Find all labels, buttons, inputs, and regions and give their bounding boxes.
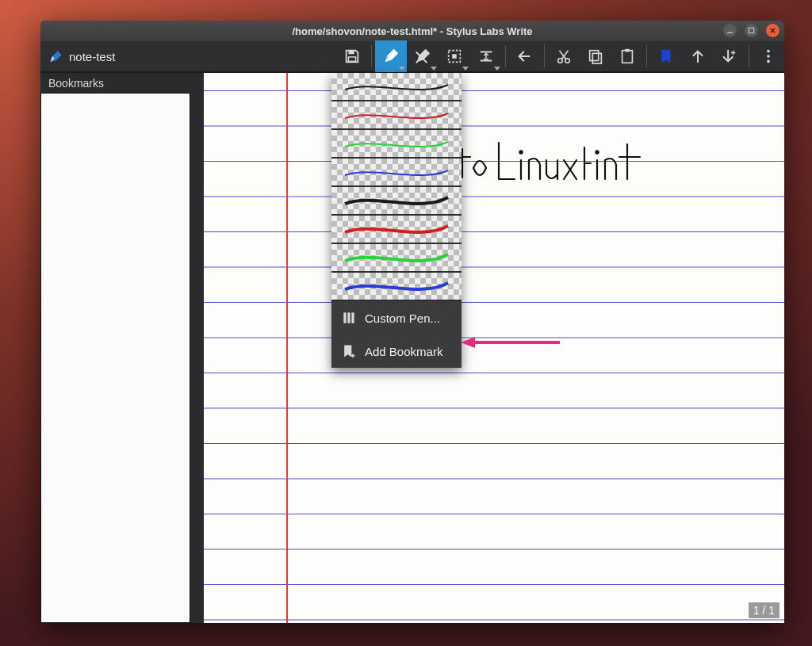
svg-rect-17 [625,49,630,52]
bookmark-add-icon [341,343,357,359]
pen-preset-thin-blue[interactable] [331,159,462,187]
undo-icon [516,48,534,65]
pen-icon [48,48,64,64]
pen-dropdown: Custom Pen... Add Bookmark [331,73,462,368]
paste-icon [619,48,636,65]
cut-icon [555,48,573,65]
pen-preset-thin-green[interactable] [331,130,462,159]
tab-label: note-test [69,50,115,63]
select-tool-button[interactable] [439,40,470,72]
bookmark-tool-button[interactable] [650,40,682,72]
toolbar-separator [544,45,545,67]
arrow-down-plus-icon [721,48,738,65]
save-icon [343,48,361,65]
svg-point-19 [767,55,770,58]
close-icon [769,27,776,34]
minimize-button[interactable] [723,24,737,37]
arrow-up-icon [689,48,707,65]
titlebar: /home/shovon/note-test.html* - Stylus La… [40,21,784,41]
svg-rect-25 [351,312,354,323]
custom-pen-label: Custom Pen... [365,312,440,325]
window-buttons [723,24,779,37]
undo-button[interactable] [509,40,541,72]
dropdown-indicator-icon [431,67,437,71]
eraser-button[interactable] [407,40,439,72]
annotation-arrow [461,334,564,350]
sidebar-gap [190,73,204,623]
close-button[interactable] [766,24,779,37]
svg-point-21 [519,151,522,153]
svg-rect-24 [347,312,350,323]
handwriting [458,136,664,202]
pen-preset-thick-red[interactable] [331,216,462,244]
svg-point-22 [596,151,598,153]
add-bookmark-menu-item[interactable]: Add Bookmark [331,334,462,368]
pen-tool-button[interactable] [375,40,407,72]
selection-icon [446,48,463,65]
kebab-icon [760,48,777,65]
overflow-menu-button[interactable] [753,40,784,72]
pen-preset-thick-blue[interactable] [331,273,462,301]
svg-marker-27 [461,337,475,348]
prev-page-button[interactable] [682,40,714,72]
pens-icon [341,310,357,326]
pen-tool-icon [382,48,400,65]
custom-pen-menu-item[interactable]: Custom Pen... [331,301,462,334]
svg-rect-23 [343,312,346,323]
svg-point-20 [767,60,770,63]
paste-button[interactable] [611,40,643,72]
bookmarks-header: Bookmarks [40,73,190,93]
maximize-button[interactable] [745,24,758,37]
minimize-icon [726,27,733,34]
pen-preset-thick-black[interactable] [331,187,462,216]
save-button[interactable] [336,40,368,72]
sidebar: Bookmarks [40,73,190,623]
toolbar-separator [749,45,749,67]
insert-space-icon [477,48,495,65]
svg-rect-9 [452,54,457,59]
app-window: /home/shovon/note-test.html* - Stylus La… [40,21,784,623]
dropdown-indicator-icon [494,67,500,71]
eraser-icon [414,48,431,65]
svg-rect-16 [622,51,633,63]
insert-space-button[interactable] [470,40,502,72]
add-bookmark-label: Add Bookmark [365,345,442,358]
toolbar-separator [371,45,372,67]
document-tab[interactable]: note-test [40,40,123,72]
pen-preset-thin-red[interactable] [331,101,462,130]
svg-rect-5 [348,57,355,62]
bookmark-icon [657,48,675,65]
bookmarks-list[interactable] [40,93,190,623]
page-status: 1 / 1 [749,602,779,618]
margin-line [286,73,288,623]
svg-rect-14 [590,51,599,61]
cut-button[interactable] [548,40,580,72]
toolbar: note-test [40,41,784,73]
window-title: /home/shovon/note-test.html* - Stylus La… [292,25,532,37]
svg-point-18 [767,50,770,53]
dropdown-indicator-icon [399,67,405,71]
pen-preset-thin-black[interactable] [331,73,462,101]
toolbar-separator [505,45,506,67]
svg-rect-1 [749,28,753,32]
toolbar-separator [646,45,647,67]
copy-icon [587,48,604,65]
maximize-icon [748,27,755,34]
svg-rect-4 [348,51,354,55]
svg-rect-15 [592,53,601,63]
next-page-button[interactable] [714,40,745,72]
dropdown-indicator-icon [462,67,469,71]
copy-button[interactable] [580,40,611,72]
pen-preset-thick-green[interactable] [331,244,462,273]
